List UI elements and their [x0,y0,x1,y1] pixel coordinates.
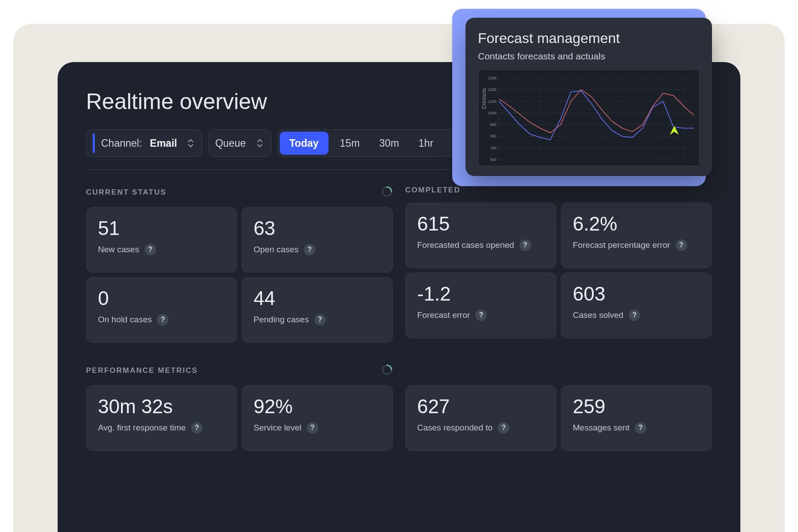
card-label: Cases solved [573,310,623,320]
svg-text:1000: 1000 [488,111,497,115]
card-label: Forecasted cases opened [417,240,514,250]
svg-text:1300: 1300 [488,76,497,80]
card-forecasted-opened: 615 Forecasted cases opened ? [405,203,556,268]
card-new-cases: 51 New cases ? [86,207,237,273]
loading-spinner-icon [381,364,393,377]
card-cases-responded: 627 Cases responded to ? [405,385,556,451]
card-open-cases: 63 Open cases ? [242,207,393,273]
card-label: Forecast percentage error [573,240,670,250]
card-value: 615 [417,213,544,235]
card-label: New cases [98,245,139,254]
card-label: Cases responded to [417,423,493,433]
current-status-section: CURRENT STATUS 51 New cases ? 63 Open ca… [86,186,393,343]
overlay-subtitle: Contacts forecasts and actuals [478,51,700,62]
card-label: Open cases [254,245,298,254]
loading-spinner-icon [381,186,393,199]
help-icon[interactable]: ? [520,239,531,251]
forecast-chart: 6007008009001000110012001300 Contacts [478,70,700,166]
card-value: 0 [98,287,225,309]
channel-label: Channel: [101,137,142,149]
queue-filter[interactable]: Queue [208,129,271,157]
card-value: -1.2 [417,283,544,305]
channel-accent [93,133,95,153]
cursor-pointer-icon [667,123,681,137]
card-value: 44 [254,287,381,309]
timerange-option-today[interactable]: Today [280,132,329,155]
card-value: 92% [254,395,381,418]
card-label: Messages sent [573,423,630,433]
help-icon[interactable]: ? [635,422,646,434]
card-value: 63 [254,217,381,239]
card-pending-cases: 44 Pending cases ? [242,277,393,343]
card-label: Service level [254,423,301,433]
card-value: 259 [573,395,700,418]
help-icon[interactable]: ? [191,422,203,434]
forecast-overlay: Forecast management Contacts forecasts a… [466,18,712,176]
section-title-performance: PERFORMANCE METRICS [86,366,198,375]
help-icon[interactable]: ? [676,239,687,251]
card-messages-sent: 259 Messages sent ? [561,385,712,451]
svg-text:1100: 1100 [488,99,497,103]
channel-filter[interactable]: Channel: Email [86,129,202,157]
card-avg-first-response: 30m 32s Avg. first response time ? [86,385,237,451]
svg-text:900: 900 [490,122,497,127]
card-value: 603 [573,283,700,305]
section-title-completed: COMPLETED [405,186,461,195]
completed-section: COMPLETED 615 Forecasted cases opened ? … [405,186,712,343]
help-icon[interactable]: ? [498,422,509,434]
help-icon[interactable]: ? [157,314,168,325]
card-forecast-error: -1.2 Forecast error ? [405,273,556,338]
chevron-updown-icon [257,139,263,148]
timerange-option-30m[interactable]: 30m [369,130,409,156]
svg-text:600: 600 [490,157,497,162]
card-label: Avg. first response time [98,423,186,433]
queue-label: Queue [215,137,246,149]
help-icon[interactable]: ? [629,309,640,321]
help-icon[interactable]: ? [475,309,487,321]
svg-text:700: 700 [490,146,497,150]
channel-value: Email [150,137,177,149]
help-icon[interactable]: ? [304,244,315,255]
card-value: 6.2% [573,213,700,235]
card-service-level: 92% Service level ? [242,385,393,451]
card-forecast-pct-error: 6.2% Forecast percentage error ? [561,203,712,268]
card-label: Pending cases [254,315,309,325]
help-icon[interactable]: ? [307,422,318,434]
card-label: On hold cases [98,315,152,325]
svg-text:800: 800 [490,134,497,138]
card-value: 627 [417,395,544,418]
chevron-updown-icon [188,139,194,148]
card-value: 30m 32s [98,395,225,418]
chart-ylabel: Contacts [481,88,487,109]
card-value: 51 [98,217,225,239]
card-label: Forecast error [417,310,470,320]
timerange-picker: Today 15m 30m 1hr 24 [278,129,474,157]
card-on-hold-cases: 0 On hold cases ? [86,277,237,343]
svg-text:1200: 1200 [488,87,497,92]
help-icon[interactable]: ? [314,314,326,325]
timerange-option-1hr[interactable]: 1hr [409,130,443,156]
card-cases-solved: 603 Cases solved ? [561,273,712,338]
timerange-option-15m[interactable]: 15m [330,130,370,156]
section-title-current: CURRENT STATUS [86,188,166,197]
overlay-title: Forecast management [478,30,700,47]
help-icon[interactable]: ? [145,244,156,255]
